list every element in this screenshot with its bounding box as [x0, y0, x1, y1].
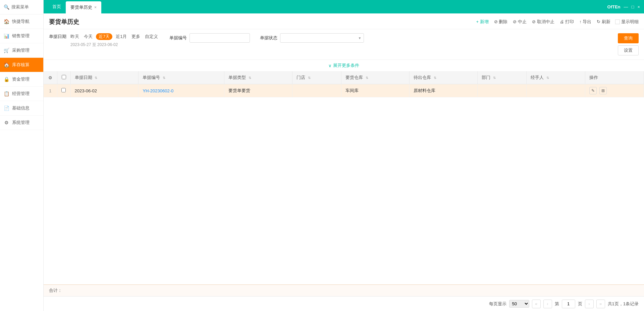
- tab-home[interactable]: 首页: [48, 0, 66, 13]
- pagination-info: 共1页，1条记录: [608, 301, 639, 307]
- sidebar: 🔍 搜索菜单 🏠 快捷导航 📊 销售管理 🛒 采购管理 🏠 库存核算 🔒 资金管…: [0, 0, 44, 311]
- date-option-today[interactable]: 今天: [83, 33, 94, 40]
- window-close-btn[interactable]: ×: [637, 4, 640, 9]
- date-option-yesterday[interactable]: 昨天: [69, 33, 80, 40]
- window-minimize-btn[interactable]: —: [624, 4, 628, 9]
- sidebar-search-label: 搜索菜单: [11, 4, 29, 10]
- sidebar-search[interactable]: 🔍 搜索菜单: [0, 0, 43, 14]
- query-button[interactable]: 查询: [618, 33, 639, 43]
- th-pending-warehouse[interactable]: 待出仓库 ⇅: [410, 71, 478, 84]
- filter-status-select-wrapper: [280, 33, 364, 43]
- prev-page-btn[interactable]: ‹: [543, 300, 552, 308]
- row-checkbox[interactable]: [61, 88, 66, 92]
- refresh-button[interactable]: ↻ 刷新: [596, 17, 611, 26]
- sidebar-item-inventory[interactable]: 🏠 库存核算: [0, 58, 43, 72]
- row-actions: ✎ ⊞: [585, 84, 644, 97]
- main-area: 首页 要货单历史 × OfTEn — □ × 要货单历史 + 新增 ⊘ 删除 ⊘…: [44, 0, 644, 311]
- sort-icon: ⇅: [434, 76, 436, 80]
- finance-icon: 🔒: [3, 76, 9, 82]
- cancel-stop-button[interactable]: ⊘ 取消中止: [531, 17, 555, 26]
- th-dept[interactable]: 部门 ⇅: [478, 71, 527, 84]
- filter-expand-row: ∨ 展开更多条件: [44, 60, 644, 71]
- next-page-btn[interactable]: ›: [585, 300, 594, 308]
- filter-status-row: 单据状态: [260, 33, 364, 43]
- home-icon: 🏠: [3, 18, 9, 25]
- filter-date-options: 昨天 今天 近7天 近1月 更多 自定义: [69, 33, 159, 40]
- per-page-select[interactable]: 50 100: [509, 300, 529, 308]
- tab-requisition-history[interactable]: 要货单历史 ×: [66, 1, 101, 13]
- page-input[interactable]: [562, 300, 575, 308]
- date-option-more[interactable]: 更多: [130, 33, 142, 40]
- sidebar-item-label: 经营管理: [12, 91, 30, 97]
- sidebar-item-base-info[interactable]: 📄 基础信息: [0, 101, 43, 116]
- settings-button[interactable]: 设置: [618, 45, 639, 55]
- filter-date-label: 单据日期: [49, 34, 66, 40]
- row-checkbox-cell: [57, 84, 70, 97]
- th-store[interactable]: 门店 ⇅: [292, 71, 341, 84]
- show-detail-checkbox[interactable]: [615, 19, 620, 24]
- tab-home-label: 首页: [52, 4, 61, 10]
- settings-icon: ⚙: [48, 75, 52, 80]
- filter-status-label: 单据状态: [260, 35, 277, 41]
- row-edit-icon[interactable]: ✎: [589, 87, 597, 94]
- date-option-7days[interactable]: 近7天: [96, 33, 112, 40]
- filter-actions: 查询 设置: [618, 33, 639, 55]
- inventory-icon: 🏠: [3, 62, 9, 68]
- row-dept: [478, 84, 527, 97]
- row-delete-icon[interactable]: ⊞: [599, 87, 607, 94]
- window-maximize-btn[interactable]: □: [632, 4, 634, 9]
- page-title: 要货单历史: [49, 18, 79, 26]
- filter-date-range-row: 2023-05-27 至 2023-06-02: [49, 42, 159, 48]
- system-icon: ⚙: [3, 120, 9, 126]
- main-table: ⚙ 单据日期 ⇅ 单据编号 ⇅: [44, 71, 644, 97]
- delete-button[interactable]: ⊘ 删除: [493, 17, 508, 26]
- first-page-btn[interactable]: «: [532, 300, 541, 308]
- date-option-1month[interactable]: 近1月: [114, 33, 128, 40]
- new-button[interactable]: + 新增: [476, 17, 489, 26]
- th-actions: 操作: [585, 71, 644, 84]
- sales-icon: 📊: [3, 33, 9, 39]
- sidebar-item-system[interactable]: ⚙ 系统管理: [0, 116, 43, 130]
- select-all-checkbox[interactable]: [62, 75, 66, 79]
- sort-icon: ⇅: [493, 76, 496, 80]
- sidebar-item-finance[interactable]: 🔒 资金管理: [0, 72, 43, 87]
- doc-no-link[interactable]: YH-20230602-0: [143, 88, 173, 93]
- filter-status-group: 单据状态: [260, 33, 364, 43]
- sidebar-item-sales[interactable]: 📊 销售管理: [0, 29, 43, 43]
- sidebar-item-purchase[interactable]: 🛒 采购管理: [0, 43, 43, 58]
- filter-docno-label: 单据编号: [169, 35, 187, 41]
- th-req-warehouse[interactable]: 要货仓库 ⇅: [341, 71, 410, 84]
- sort-icon: ⇅: [546, 76, 549, 80]
- show-detail-toggle[interactable]: 显示明细: [615, 19, 639, 25]
- sidebar-item-operations[interactable]: 📋 经营管理: [0, 87, 43, 101]
- row-pending-warehouse: 原材料仓库: [410, 84, 478, 97]
- print-button[interactable]: 🖨 打印: [559, 17, 575, 26]
- toolbar: + 新增 ⊘ 删除 ⊘ 中止 ⊘ 取消中止 🖨 打印 ↑ 导出 ↻ 刷新 显示明…: [476, 17, 639, 26]
- th-doc-date[interactable]: 单据日期 ⇅: [70, 71, 139, 84]
- th-handler[interactable]: 经手人 ⇅: [527, 71, 585, 84]
- th-settings[interactable]: ⚙: [44, 71, 57, 84]
- tab-active-label: 要货单历史: [70, 4, 92, 10]
- th-doc-type[interactable]: 单据类型 ⇅: [224, 71, 292, 84]
- sidebar-item-label: 系统管理: [12, 120, 30, 126]
- filter-docno-input[interactable]: [190, 33, 250, 43]
- date-option-custom[interactable]: 自定义: [144, 33, 159, 40]
- row-handler: [527, 84, 585, 97]
- expand-more-btn[interactable]: ∨ 展开更多条件: [328, 61, 359, 70]
- export-button[interactable]: ↑ 导出: [579, 17, 592, 26]
- page-content: 要货单历史 + 新增 ⊘ 删除 ⊘ 中止 ⊘ 取消中止 🖨 打印 ↑ 导出 ↻ …: [44, 13, 644, 311]
- page-header: 要货单历史 + 新增 ⊘ 删除 ⊘ 中止 ⊘ 取消中止 🖨 打印 ↑ 导出 ↻ …: [44, 13, 644, 29]
- row-doc-date: 2023-06-02: [70, 84, 139, 97]
- sidebar-item-quick-nav[interactable]: 🏠 快捷导航: [0, 14, 43, 29]
- expand-more-label: 展开更多条件: [333, 62, 359, 69]
- footer-total-label: 合计：: [49, 287, 62, 294]
- tab-close-icon[interactable]: ×: [94, 5, 97, 10]
- sidebar-item-label: 销售管理: [12, 33, 30, 39]
- row-doc-no[interactable]: YH-20230602-0: [139, 84, 224, 97]
- th-checkbox[interactable]: [57, 71, 70, 84]
- th-doc-no[interactable]: 单据编号 ⇅: [139, 71, 224, 84]
- stop-button[interactable]: ⊘ 中止: [512, 17, 527, 26]
- filter-status-select[interactable]: [280, 33, 364, 43]
- filter-docno-group: 单据编号: [169, 33, 250, 43]
- last-page-btn[interactable]: »: [596, 300, 605, 308]
